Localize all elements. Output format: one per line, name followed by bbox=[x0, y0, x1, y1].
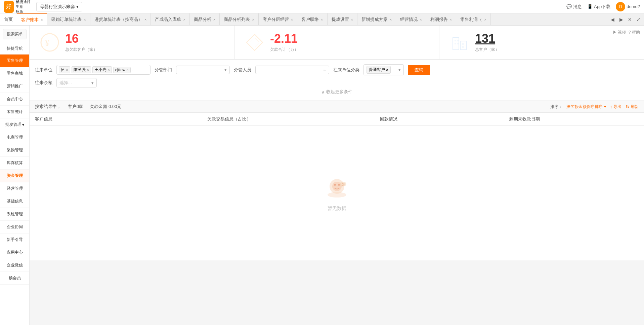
unit-tag-wang[interactable]: 王小亮 × bbox=[92, 66, 112, 73]
sidebar-item-marketing[interactable]: 营销推广 bbox=[0, 80, 29, 93]
sidebar-item-retail-mgmt[interactable]: 零售管理 bbox=[0, 55, 29, 67]
tab-prev-button[interactable]: ◀ bbox=[608, 15, 616, 24]
sidebar-item-finance-mgmt[interactable]: 资金管理 bbox=[0, 170, 29, 182]
tab-commission-settings[interactable]: 提成设置 × bbox=[328, 13, 357, 26]
stat-total-number: 131 bbox=[475, 33, 499, 45]
empty-text: 暂无数据 bbox=[328, 206, 346, 212]
unit-tag-cjttcw[interactable]: cjttcw × bbox=[113, 67, 131, 73]
result-actions: 排序： 按欠款金额倒序排序 ▾ ↑ 导出 ↻ 刷新 bbox=[550, 104, 639, 110]
sidebar-item-ops-mgmt[interactable]: 经营管理 bbox=[0, 182, 29, 195]
sidebar-item-inventory[interactable]: 库存核算 bbox=[0, 157, 29, 170]
tab-profit-report[interactable]: 利润报告 × bbox=[426, 13, 456, 26]
query-button[interactable]: 查询 bbox=[408, 65, 430, 75]
svg-rect-5 bbox=[460, 41, 466, 50]
unit-tag-wu[interactable]: 伍 × bbox=[59, 66, 70, 73]
sort-select[interactable]: 按欠款金额倒序排序 ▾ bbox=[566, 104, 606, 110]
tab-retail-profit[interactable]: 零售利润（ × bbox=[456, 13, 490, 26]
close-tab-contact[interactable]: × bbox=[321, 17, 323, 22]
tab-ops-status[interactable]: 经营情况 × bbox=[396, 13, 426, 26]
sidebar-item-retail-stats[interactable]: 零售统计 bbox=[0, 106, 29, 118]
store-selector[interactable]: 母婴行业演示账套 ▾ bbox=[36, 2, 82, 11]
tab-purchase-order-stats[interactable]: 采购订单统计表 × bbox=[47, 13, 90, 26]
filter-bar: 往来单位 伍 × 陈民强 × 王小亮 × cjttcw bbox=[30, 60, 644, 100]
person-filter-input[interactable]: ··· bbox=[255, 66, 329, 74]
sidebar-item-quick-nav[interactable]: 快捷导航 bbox=[0, 43, 29, 55]
remove-tag-wang[interactable]: × bbox=[108, 68, 110, 72]
sidebar-item-vip-member[interactable]: 畅会员 bbox=[0, 272, 29, 285]
tab-inbound-stats[interactable]: 进货单统计表（按商品） × bbox=[90, 13, 151, 26]
tab-add-commission[interactable]: 新增提成方案 × bbox=[357, 13, 396, 26]
close-tab-customer-ledger[interactable]: × bbox=[41, 18, 43, 22]
dept-filter-dropdown[interactable]: ▾ bbox=[176, 66, 230, 74]
tab-customer-segment[interactable]: 客户分层经营 × bbox=[259, 13, 297, 26]
remove-tag-cjttcw[interactable]: × bbox=[126, 68, 129, 72]
tab-customer-contact[interactable]: 客户联络 × bbox=[297, 13, 327, 26]
stat-amount-data: -2.11 欠款合计（万） bbox=[270, 33, 298, 52]
close-tab-purchase[interactable]: × bbox=[84, 17, 86, 22]
more-tags-button[interactable]: ... bbox=[132, 67, 136, 72]
collapse-button[interactable]: ∧ 收起更多条件 bbox=[35, 89, 639, 95]
refresh-icon: ↻ bbox=[626, 104, 630, 109]
help-button[interactable]: ? 帮助 bbox=[629, 30, 640, 35]
tab-next-button[interactable]: ▶ bbox=[617, 15, 625, 24]
sidebar-item-wholesale-mgmt[interactable]: 批发管理 ▾ bbox=[0, 118, 29, 131]
close-tab-profit[interactable]: × bbox=[450, 17, 452, 22]
sidebar-item-corp-collab[interactable]: 企业协同 bbox=[0, 221, 29, 233]
tab-close-all-button[interactable]: ✕ bbox=[626, 15, 634, 24]
unit-tag-chen[interactable]: 陈民强 × bbox=[72, 66, 91, 73]
sidebar-item-ecom-mgmt[interactable]: 电商管理 bbox=[0, 131, 29, 144]
close-tab-segment[interactable]: × bbox=[291, 17, 293, 22]
video-help-button[interactable]: ▶ 视频 bbox=[613, 30, 626, 35]
sidebar-item-app-center[interactable]: 应用中心 bbox=[0, 246, 29, 259]
tab-product-analysis-list[interactable]: 商品分析列表 × bbox=[220, 13, 258, 26]
tab-home[interactable]: 首页 bbox=[0, 13, 17, 26]
empty-icon bbox=[324, 175, 350, 202]
close-tab-add-commission[interactable]: × bbox=[390, 17, 392, 22]
close-tab-product-analysis[interactable]: × bbox=[213, 17, 215, 22]
dept-filter-label: 分管部门 bbox=[155, 67, 172, 73]
svg-rect-10 bbox=[462, 43, 464, 45]
close-tab-product[interactable]: × bbox=[183, 17, 185, 22]
stat-total-label: 总客户（家） bbox=[475, 47, 499, 52]
tab-expand-button[interactable]: ⤢ bbox=[635, 15, 643, 24]
sidebar-item-sys-mgmt[interactable]: 系统管理 bbox=[0, 208, 29, 221]
balance-arrow-icon: ▾ bbox=[91, 80, 94, 85]
remove-class-tag[interactable]: × bbox=[386, 68, 388, 72]
close-tab-commission[interactable]: × bbox=[351, 17, 353, 22]
class-filter-wrap[interactable]: 普通客户 × ▾ bbox=[363, 64, 404, 75]
remove-tag-wu[interactable]: × bbox=[66, 68, 68, 72]
main-layout: 搜索菜单 快捷导航 零售管理 零售商城 营销推广 会员中心 零售统计 批发管理 … bbox=[0, 26, 644, 325]
message-button[interactable]: 💬 消息 bbox=[566, 4, 582, 10]
close-tab-product-list[interactable]: × bbox=[252, 17, 254, 22]
user-profile[interactable]: D demo2 bbox=[616, 2, 640, 11]
stat-amount-number: -2.11 bbox=[270, 33, 298, 45]
logo: 好 畅捷通好生意 标版 bbox=[4, 0, 34, 14]
sidebar-item-corp-wechat[interactable]: 企业微信 bbox=[0, 259, 29, 272]
close-tab-retail[interactable]: × bbox=[484, 17, 486, 22]
svg-marker-2 bbox=[247, 34, 263, 50]
close-tab-inbound[interactable]: × bbox=[144, 17, 146, 22]
export-button[interactable]: ↑ 导出 bbox=[610, 104, 621, 110]
sidebar-item-basic-info[interactable]: 基础信息 bbox=[0, 195, 29, 208]
balance-filter-dropdown[interactable]: 选择... ▾ bbox=[56, 78, 97, 87]
tab-customer-ledger[interactable]: 客户账本 × bbox=[17, 13, 47, 26]
sidebar-item-newbie[interactable]: 新手引导 bbox=[0, 233, 29, 246]
search-menu-button[interactable]: 搜索菜单 bbox=[3, 29, 27, 39]
logo-text: 畅捷通好生意 标版 bbox=[16, 0, 34, 14]
tab-product-analysis[interactable]: 商品分析 × bbox=[190, 13, 220, 26]
diamond-icon bbox=[245, 32, 265, 52]
class-tag-normal[interactable]: 普通客户 × bbox=[367, 66, 391, 74]
close-tab-ops[interactable]: × bbox=[420, 17, 422, 22]
download-icon: 📱 bbox=[587, 4, 593, 9]
unit-filter-tags[interactable]: 伍 × 陈民强 × 王小亮 × cjttcw × ... bbox=[56, 65, 151, 75]
sidebar-item-retail-mall[interactable]: 零售商城 bbox=[0, 67, 29, 80]
sidebar-item-member-center[interactable]: 会员中心 bbox=[0, 93, 29, 106]
sidebar-item-purchase-mgmt[interactable]: 采购管理 bbox=[0, 144, 29, 157]
content-area: ¥ 16 总欠款客户（家） -2.11 欠款合计（万） bbox=[30, 26, 644, 325]
stat-overdue-customers-label: 总欠款客户（家） bbox=[65, 47, 97, 52]
remove-tag-chen[interactable]: × bbox=[87, 68, 89, 72]
app-download-button[interactable]: 📱 App下载 bbox=[587, 4, 610, 10]
refresh-button[interactable]: ↻ 刷新 bbox=[626, 104, 639, 110]
svg-rect-6 bbox=[455, 40, 456, 41]
tab-product-inbound[interactable]: 产成品入库单 × bbox=[151, 13, 189, 26]
